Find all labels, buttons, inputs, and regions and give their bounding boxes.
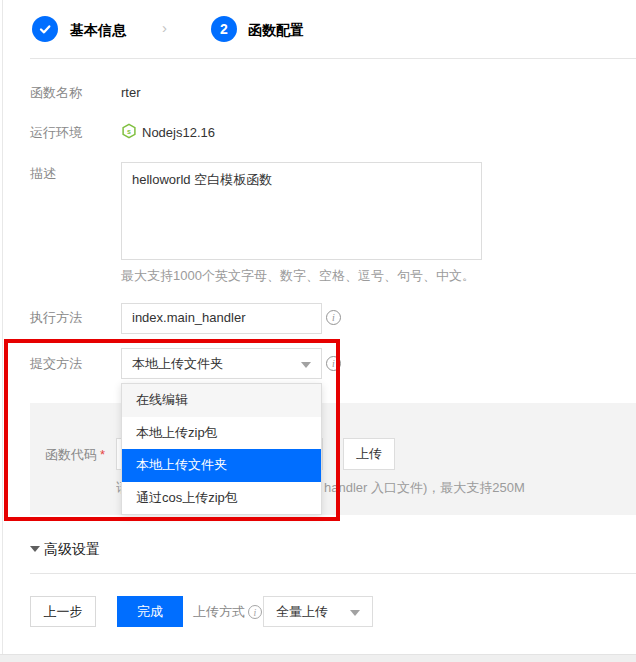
submit-method-info-icon[interactable]: i xyxy=(326,356,341,371)
upload-button[interactable]: 上传 xyxy=(343,438,395,470)
dropdown-option-cos-zip[interactable]: 通过cos上传zip包 xyxy=(122,482,321,515)
page-bottom-strip xyxy=(0,654,636,662)
advanced-settings-toggle[interactable]: 高级设置 xyxy=(44,541,100,559)
handler-input[interactable]: index.main_handler xyxy=(121,303,322,334)
function-name-value: rter xyxy=(121,85,141,100)
header-divider xyxy=(30,58,636,59)
submit-method-label: 提交方法 xyxy=(30,356,82,371)
dropdown-option-online-edit[interactable]: 在线编辑 xyxy=(122,384,321,417)
upload-mode-info-icon[interactable]: i xyxy=(248,605,262,619)
upload-mode-selected-value: 全量上传 xyxy=(276,603,328,621)
dropdown-option-upload-zip[interactable]: 本地上传zip包 xyxy=(122,417,321,450)
dropdown-option-upload-folder[interactable]: 本地上传文件夹 xyxy=(122,449,321,482)
description-textarea[interactable]: helloworld 空白模板函数 xyxy=(121,162,482,260)
description-hint: 最大支持1000个英文字母、数字、空格、逗号、句号、中文。 xyxy=(121,269,475,283)
required-asterisk: * xyxy=(100,447,105,462)
function-code-label: 函数代码* xyxy=(45,447,105,462)
handler-label: 执行方法 xyxy=(30,310,82,325)
chevron-down-icon xyxy=(350,610,360,616)
handler-info-icon[interactable]: i xyxy=(326,310,341,325)
runtime-label: 运行环境 xyxy=(30,125,82,140)
panel-left-border xyxy=(2,0,3,662)
collapse-triangle-icon[interactable] xyxy=(30,546,40,552)
finish-button[interactable]: 完成 xyxy=(117,596,183,627)
step-separator-chevron-icon: › xyxy=(162,19,167,36)
previous-step-button[interactable]: 上一步 xyxy=(30,596,96,627)
step2-function-config-label: 函数配置 xyxy=(248,22,304,38)
step1-done-icon[interactable] xyxy=(32,16,58,42)
submit-method-selected-value: 本地上传文件夹 xyxy=(132,355,223,373)
function-create-step2-page: 基本信息 › 2 函数配置 函数名称 rter 运行环境 s Nodejs12.… xyxy=(0,0,636,662)
upload-mode-label: 上传方式 i xyxy=(193,603,262,621)
svg-text:s: s xyxy=(127,128,131,135)
footer-divider xyxy=(30,573,636,574)
chevron-down-icon xyxy=(301,362,311,368)
step1-basic-info-label[interactable]: 基本信息 xyxy=(70,22,126,38)
description-label: 描述 xyxy=(30,166,56,181)
code-hint-text: handler 入口文件)，最大支持250M xyxy=(324,481,525,495)
function-name-label: 函数名称 xyxy=(30,85,82,100)
nodejs-icon: s xyxy=(121,123,137,139)
submit-method-select[interactable]: 本地上传文件夹 xyxy=(121,348,322,379)
check-icon xyxy=(38,22,52,36)
step2-number-badge: 2 xyxy=(211,16,237,42)
upload-mode-select[interactable]: 全量上传 xyxy=(263,596,373,627)
runtime-value: Nodejs12.16 xyxy=(142,125,215,140)
submit-method-dropdown-list: 在线编辑 本地上传zip包 本地上传文件夹 通过cos上传zip包 xyxy=(121,383,322,515)
